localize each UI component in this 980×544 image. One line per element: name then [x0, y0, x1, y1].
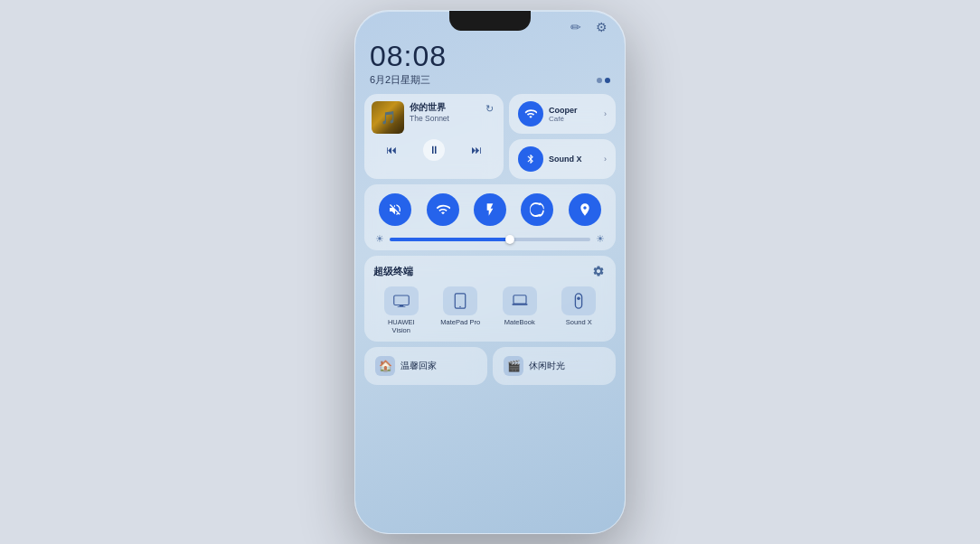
bluetooth-card[interactable]: Sound X › — [509, 139, 616, 179]
device-name-vision: HUAWEIVision — [388, 318, 415, 334]
time-section: 08:08 6月2日星期三 — [355, 36, 625, 89]
shortcut-home-label: 温馨回家 — [400, 361, 437, 372]
bluetooth-info: Sound X — [549, 155, 598, 164]
control-center: 你的世界 The Sonnet ↻ ⏮ ⏸ ⏭ — [355, 89, 625, 390]
rotation-toggle[interactable] — [521, 193, 553, 226]
devices-row: HUAWEIVision MatePad Pro — [373, 286, 607, 334]
device-huawei-vision[interactable]: HUAWEIVision — [378, 286, 425, 334]
shortcut-leisure-icon: 🎬 — [504, 356, 523, 376]
next-button[interactable]: ⏭ — [467, 141, 485, 159]
edit-icon[interactable]: ✏ — [567, 18, 585, 36]
refresh-button[interactable]: ↻ — [482, 101, 496, 116]
device-name-matebook: MateBook — [504, 318, 535, 326]
music-title: 你的世界 — [410, 101, 476, 114]
svg-rect-6 — [512, 304, 527, 305]
dot-2 — [605, 78, 610, 83]
brightness-slider[interactable] — [390, 238, 590, 241]
wifi-info: Cooper Café — [549, 106, 598, 123]
brightness-fill — [390, 238, 514, 241]
shortcut-home[interactable]: 🏠 温馨回家 — [364, 347, 487, 385]
bluetooth-chevron: › — [604, 155, 607, 164]
wifi-icon — [518, 101, 543, 127]
dot-1 — [597, 78, 602, 83]
music-artist: The Sonnet — [410, 114, 476, 123]
super-terminal-title: 超级终端 — [373, 265, 413, 278]
device-name-soundx: Sound X — [566, 318, 592, 326]
device-name-matepad: MatePad Pro — [440, 318, 480, 326]
bluetooth-icon — [518, 146, 543, 172]
pause-button[interactable]: ⏸ — [423, 139, 445, 161]
device-sound-x[interactable]: Sound X — [555, 286, 602, 334]
music-controls: ⏮ ⏸ ⏭ — [372, 137, 496, 163]
wifi-sub: Café — [549, 115, 598, 123]
svg-rect-0 — [394, 295, 410, 305]
wifi-card[interactable]: Cooper Café › — [509, 94, 616, 134]
right-cards: Cooper Café › Sound X › — [509, 94, 616, 179]
time-display: 08:08 — [370, 40, 610, 73]
super-terminal-header: 超级终端 — [373, 263, 607, 279]
music-card[interactable]: 你的世界 The Sonnet ↻ ⏮ ⏸ ⏭ — [364, 94, 504, 179]
svg-rect-5 — [514, 295, 526, 304]
toggles-card: ☀ ☀ — [364, 184, 616, 250]
svg-rect-3 — [456, 294, 466, 308]
device-matepad-pro[interactable]: MatePad Pro — [437, 286, 484, 334]
device-icon-matepad — [443, 286, 477, 315]
toggles-row — [372, 193, 608, 226]
super-terminal-settings[interactable] — [590, 263, 607, 279]
shortcuts-row: 🏠 温馨回家 🎬 休闲时光 — [364, 347, 616, 385]
bluetooth-name: Sound X — [549, 155, 598, 164]
device-icon-soundx — [561, 286, 596, 315]
svg-rect-1 — [400, 305, 404, 307]
flashlight-toggle[interactable] — [474, 193, 506, 226]
wifi-chevron: › — [604, 109, 607, 118]
date-display: 6月2日星期三 — [370, 73, 430, 87]
device-icon-matebook — [503, 286, 537, 315]
top-cards: 你的世界 The Sonnet ↻ ⏮ ⏸ ⏭ — [364, 94, 616, 179]
brightness-high-icon: ☀ — [596, 233, 605, 245]
location-toggle[interactable] — [569, 193, 601, 226]
settings-icon[interactable]: ⚙ — [592, 18, 610, 36]
brightness-low-icon: ☀ — [375, 233, 384, 245]
shortcut-leisure-label: 休闲时光 — [529, 361, 565, 372]
svg-rect-7 — [576, 294, 582, 308]
phone-frame: ✏ ⚙ 08:08 6月2日星期三 你的世界 The Sonnet — [354, 10, 626, 534]
prev-button[interactable]: ⏮ — [382, 141, 400, 159]
silent-toggle[interactable] — [379, 193, 411, 226]
brightness-row: ☀ ☀ — [372, 233, 608, 245]
device-icon-vision — [384, 286, 419, 315]
shortcut-home-icon: 🏠 — [375, 356, 395, 376]
svg-rect-2 — [397, 306, 405, 307]
music-info: 你的世界 The Sonnet — [410, 101, 476, 123]
album-art — [372, 101, 404, 134]
hotspot-toggle[interactable] — [427, 193, 459, 226]
brightness-thumb — [505, 235, 514, 244]
phone-notch — [449, 11, 531, 31]
svg-point-4 — [459, 306, 461, 308]
status-dots — [597, 78, 610, 83]
super-terminal: 超级终端 HUAWEIVision — [364, 256, 616, 342]
music-top: 你的世界 The Sonnet ↻ — [372, 101, 496, 134]
svg-point-8 — [577, 297, 580, 301]
device-matebook[interactable]: MateBook — [496, 286, 543, 334]
wifi-name: Cooper — [549, 106, 598, 115]
shortcut-leisure[interactable]: 🎬 休闲时光 — [493, 347, 616, 385]
